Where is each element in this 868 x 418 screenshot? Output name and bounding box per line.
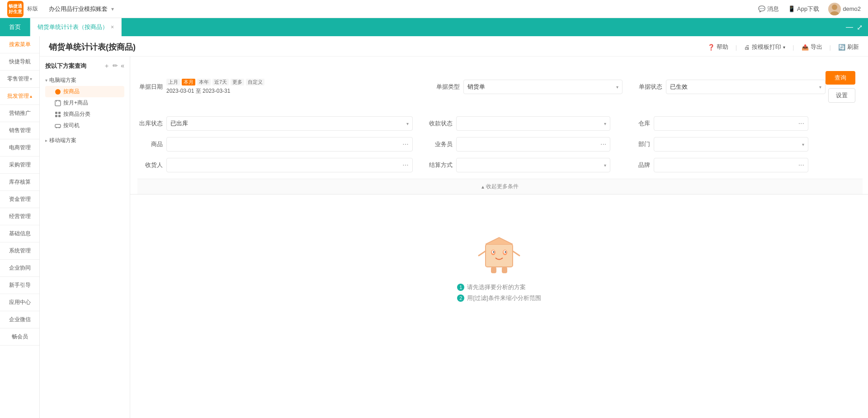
- industry-dropdown-icon[interactable]: ▾: [111, 6, 114, 12]
- recipient-dots-icon[interactable]: ···: [402, 161, 408, 169]
- content-area: 销货单统计计表(按商品) ❓ 帮助 | 🖨 按模板打印 ▾ | 📤: [40, 36, 868, 418]
- goods-input[interactable]: ···: [166, 137, 413, 152]
- sidebar-item-wholesale[interactable]: 批发管理 ▴: [0, 88, 39, 105]
- scheme-by-month-goods[interactable]: 按月+商品: [45, 97, 124, 109]
- goods-scheme-icon: [54, 88, 61, 95]
- refresh-button[interactable]: 🔄 刷新: [838, 43, 859, 51]
- doc-status-label: 单据状态: [637, 83, 662, 91]
- tab-active[interactable]: 销货单统计计表（按商品） ×: [30, 18, 122, 36]
- scheme-by-goods[interactable]: 按商品: [45, 86, 124, 97]
- sidebar-item-ecommerce[interactable]: 电商管理: [0, 139, 39, 157]
- export-button[interactable]: 📤 导出: [802, 43, 822, 51]
- settings-button[interactable]: 设置: [828, 88, 855, 103]
- add-scheme-icon[interactable]: ＋: [104, 62, 110, 70]
- salesperson-input[interactable]: ···: [456, 137, 611, 152]
- scheme-by-category[interactable]: 按商品分类: [45, 109, 124, 120]
- out-status-input[interactable]: 已出库 ▾: [166, 116, 413, 131]
- doc-type-input[interactable]: 销货单 ▾: [463, 80, 623, 94]
- help-button[interactable]: ❓ 帮助: [708, 43, 728, 51]
- collapse-sidebar-icon[interactable]: «: [121, 62, 124, 70]
- tab-home[interactable]: 首页: [0, 18, 30, 36]
- date-tab-7days[interactable]: 近7天: [212, 79, 229, 86]
- settlement-input[interactable]: ▾: [456, 158, 611, 172]
- sidebar-item-sales[interactable]: 销售管理: [0, 122, 39, 139]
- svg-point-2: [55, 89, 61, 95]
- maximize-icon[interactable]: ⤢: [857, 23, 863, 32]
- month-goods-icon: [54, 100, 61, 107]
- action-buttons: 查询 设置: [826, 64, 863, 110]
- tab-bar-right: — ⤢: [846, 23, 868, 32]
- main-layout: 搜索菜单 快捷导航 零售管理 ▾ 批发管理 ▴ 营销推广 销售管理 电商管理 采…: [0, 36, 868, 418]
- svg-line-20: [479, 251, 486, 256]
- tab-bar: 首页 销货单统计计表（按商品） × — ⤢: [0, 18, 868, 36]
- warehouse-dots-icon[interactable]: ···: [798, 119, 804, 128]
- receipt-status-input[interactable]: ▾: [456, 116, 611, 131]
- scheme-by-driver[interactable]: 按司机: [45, 120, 124, 131]
- date-tab-last-month[interactable]: 上月: [166, 79, 180, 86]
- recipient-input[interactable]: ···: [166, 158, 413, 172]
- sidebar-item-marketing[interactable]: 营销推广: [0, 105, 39, 122]
- app-download-button[interactable]: 📱 App下载: [788, 5, 819, 13]
- doc-type-cell: 单据类型 销货单 ▾: [434, 80, 623, 94]
- settlement-cell: 结算方式 ▾: [427, 158, 611, 172]
- doc-status-cell: 单据状态 已生效 ▾: [637, 80, 826, 94]
- date-label: 单据日期: [137, 83, 163, 91]
- logo: 畅捷通好生意: [7, 1, 24, 17]
- tab-close-icon[interactable]: ×: [111, 24, 114, 30]
- sidebar-item-inventory[interactable]: 库存核算: [0, 174, 39, 191]
- date-cell: 单据日期 上月 本月 本年 近7天 更多 自定义: [137, 79, 420, 95]
- salesperson-dots-icon[interactable]: ···: [600, 140, 606, 148]
- sidebar-item-purchase[interactable]: 采购管理: [0, 157, 39, 174]
- brand-dots-icon[interactable]: ···: [798, 161, 804, 169]
- date-tab-this-month[interactable]: 本月: [182, 79, 195, 86]
- subtitle-label: 标版: [27, 5, 38, 13]
- print-button[interactable]: 🖨 按模板打印 ▾: [744, 43, 785, 51]
- warehouse-label: 仓库: [625, 119, 650, 128]
- edit-scheme-icon[interactable]: ✏: [113, 62, 118, 70]
- messages-button[interactable]: 💬 消息: [758, 5, 779, 13]
- sidebar-item-enterprise[interactable]: 企业协同: [0, 260, 39, 277]
- doc-status-dropdown-icon: ▾: [819, 85, 821, 90]
- query-button[interactable]: 查询: [826, 71, 855, 85]
- minimize-icon[interactable]: —: [846, 23, 853, 31]
- warehouse-cell: 仓库 ···: [625, 116, 808, 131]
- top-bar-right: 💬 消息 📱 App下载 demo2: [758, 3, 861, 15]
- user-avatar[interactable]: demo2: [828, 3, 861, 15]
- dept-input[interactable]: ▾: [654, 137, 808, 152]
- svg-rect-23: [502, 267, 507, 273]
- date-tab-custom[interactable]: 自定义: [246, 79, 264, 86]
- empty-tip-2: 2 用[过滤]条件来缩小分析范围: [457, 294, 541, 302]
- brand-input[interactable]: ···: [654, 158, 808, 172]
- sidebar-item-retail[interactable]: 零售管理 ▾: [0, 71, 39, 88]
- sidebar-item-operations[interactable]: 经营管理: [0, 208, 39, 225]
- date-tab-more[interactable]: 更多: [231, 79, 244, 86]
- svg-point-12: [59, 127, 60, 128]
- salesperson-label: 业务员: [427, 140, 453, 148]
- mobile-section-header[interactable]: ▸ 移动端方案: [45, 135, 124, 146]
- goods-dots-icon[interactable]: ···: [402, 140, 408, 148]
- sidebar-search[interactable]: 搜索菜单: [0, 36, 39, 53]
- message-icon: 💬: [758, 5, 765, 12]
- sidebar-quick-nav[interactable]: 快捷导航: [0, 53, 39, 71]
- goods-cell: 商品 ···: [137, 137, 413, 152]
- empty-tips: 1 请先选择要分析的方案 2 用[过滤]条件来缩小分析范围: [457, 283, 541, 305]
- sidebar-item-wechat[interactable]: 企业微信: [0, 311, 39, 328]
- sidebar-item-basic[interactable]: 基础信息: [0, 225, 39, 242]
- sidebar-item-appstore[interactable]: 应用中心: [0, 294, 39, 311]
- page-title: 销货单统计计表(按商品): [49, 42, 136, 52]
- goods-label: 商品: [137, 140, 163, 148]
- doc-status-input[interactable]: 已生效 ▾: [666, 80, 826, 94]
- doc-type-dropdown-icon: ▾: [616, 85, 618, 90]
- date-tab-this-year[interactable]: 本年: [197, 79, 211, 86]
- filter-area: 单据日期 上月 本月 本年 近7天 更多 自定义: [130, 57, 868, 195]
- sidebar-item-system[interactable]: 系统管理: [0, 242, 39, 260]
- mobile-section: ▸ 移动端方案: [45, 135, 124, 146]
- desktop-section-header[interactable]: ▾ 电脑端方案: [45, 75, 124, 86]
- sidebar-item-finance[interactable]: 资金管理: [0, 191, 39, 208]
- recipient-cell: 收货人 ···: [137, 158, 413, 172]
- salesperson-cell: 业务员 ···: [427, 137, 611, 152]
- collapse-bar[interactable]: ▴ 收起更多条件: [137, 179, 863, 194]
- warehouse-input[interactable]: ···: [654, 116, 808, 131]
- sidebar-item-guide[interactable]: 新手引导: [0, 277, 39, 294]
- sidebar-item-member[interactable]: 畅会员: [0, 328, 39, 346]
